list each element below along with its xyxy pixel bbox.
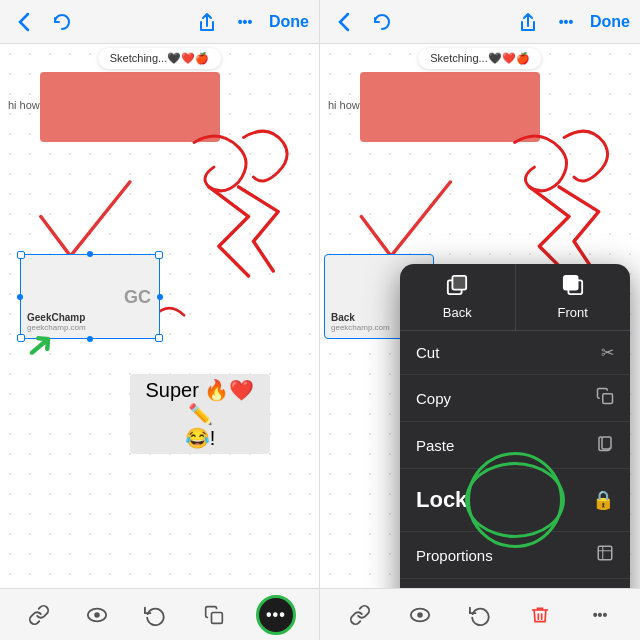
hi-how-text-right: hi how — [328, 99, 360, 111]
right-top-bar: ••• Done — [320, 0, 640, 44]
notif-bar-right: Sketching...🖤❤️🍎 — [418, 48, 541, 69]
context-menu: Back Front Cut ✂ Copy — [400, 264, 630, 588]
copy-icon — [596, 387, 614, 409]
share-button-right[interactable] — [514, 8, 542, 36]
cut-menu-item[interactable]: Cut ✂ — [400, 331, 630, 375]
undo-button[interactable] — [48, 8, 76, 36]
menu-layer-row: Back Front — [400, 264, 630, 331]
copy-menu-item[interactable]: Copy — [400, 375, 630, 422]
svg-point-1 — [95, 612, 101, 618]
card-dot-bottom — [87, 336, 93, 342]
done-button-right[interactable]: Done — [590, 13, 630, 31]
right-canvas: Sketching...🖤❤️🍎 hi how Back geekchamp.c… — [320, 44, 640, 588]
pink-shape — [40, 72, 220, 142]
front-layer-label: Front — [558, 305, 588, 320]
back-layer-button[interactable]: Back — [400, 264, 516, 330]
more-menu-button-right[interactable]: ••• — [552, 8, 580, 36]
pink-shape-right — [360, 72, 540, 142]
more-options-button-right[interactable]: ••• — [584, 599, 616, 631]
lock-label: Lock — [416, 487, 467, 513]
card-handle-br — [155, 334, 163, 342]
left-canvas: Sketching...🖤❤️🍎 hi how — [0, 44, 319, 588]
paste-label: Paste — [416, 437, 454, 454]
copy-label: Copy — [416, 390, 451, 407]
done-button[interactable]: Done — [269, 13, 309, 31]
super-text-box[interactable]: Super 🔥❤️✏️😂! — [130, 374, 270, 454]
svg-point-11 — [417, 612, 423, 618]
share-button[interactable] — [193, 8, 221, 36]
lock-menu-item[interactable]: Lock 🔒 — [400, 469, 630, 532]
svg-rect-7 — [603, 394, 613, 404]
cut-icon: ✂ — [601, 343, 614, 362]
proportions-icon — [596, 544, 614, 566]
rotate-button[interactable] — [139, 599, 171, 631]
left-bottom-toolbar: ••• — [0, 588, 319, 640]
undo-button-right[interactable] — [368, 8, 396, 36]
svg-rect-8 — [602, 437, 611, 449]
card-dot-top — [87, 251, 93, 257]
lock-icon: 🔒 — [592, 489, 614, 511]
back-layer-icon — [446, 274, 468, 301]
trash-button-right[interactable] — [524, 599, 556, 631]
right-bottom-toolbar: ••• — [320, 588, 640, 640]
duplicate-button[interactable] — [198, 599, 230, 631]
svg-rect-9 — [598, 546, 612, 560]
card-handle-tr — [155, 251, 163, 259]
link-button[interactable] — [23, 599, 55, 631]
super-text: Super 🔥❤️✏️😂! — [136, 378, 264, 450]
rotate-button-right[interactable] — [464, 599, 496, 631]
svg-rect-2 — [211, 612, 222, 623]
front-layer-icon — [562, 274, 584, 301]
description-menu-item[interactable]: Description ℹ — [400, 579, 630, 588]
visibility-button-right[interactable] — [404, 599, 436, 631]
back-layer-label: Back — [443, 305, 472, 320]
front-layer-button[interactable]: Front — [516, 264, 631, 330]
left-top-bar: ••• Done — [0, 0, 319, 44]
svg-rect-6 — [564, 276, 578, 290]
hi-how-text-left: hi how — [8, 99, 40, 111]
svg-rect-4 — [453, 276, 467, 290]
card-dot-left — [17, 294, 23, 300]
link-button-right[interactable] — [344, 599, 376, 631]
card-company: GeekChamp — [27, 312, 153, 323]
paste-icon — [596, 434, 614, 456]
card-logo-abbr: GC — [124, 286, 151, 307]
proportions-label: Proportions — [416, 547, 493, 564]
left-panel: ••• Done Sketching...🖤❤️🍎 hi how — [0, 0, 320, 640]
more-options-button[interactable]: ••• — [256, 595, 296, 635]
back-button-right[interactable] — [330, 8, 358, 36]
lock-highlight-circle — [465, 462, 565, 538]
more-menu-button[interactable]: ••• — [231, 8, 259, 36]
right-panel: ••• Done Sketching...🖤❤️🍎 hi how Back ge… — [320, 0, 640, 640]
cut-label: Cut — [416, 344, 439, 361]
card-dot-right — [157, 294, 163, 300]
card-handle-tl — [17, 251, 25, 259]
notif-bar-left: Sketching...🖤❤️🍎 — [98, 48, 221, 69]
visibility-button[interactable] — [81, 599, 113, 631]
back-button[interactable] — [10, 8, 38, 36]
